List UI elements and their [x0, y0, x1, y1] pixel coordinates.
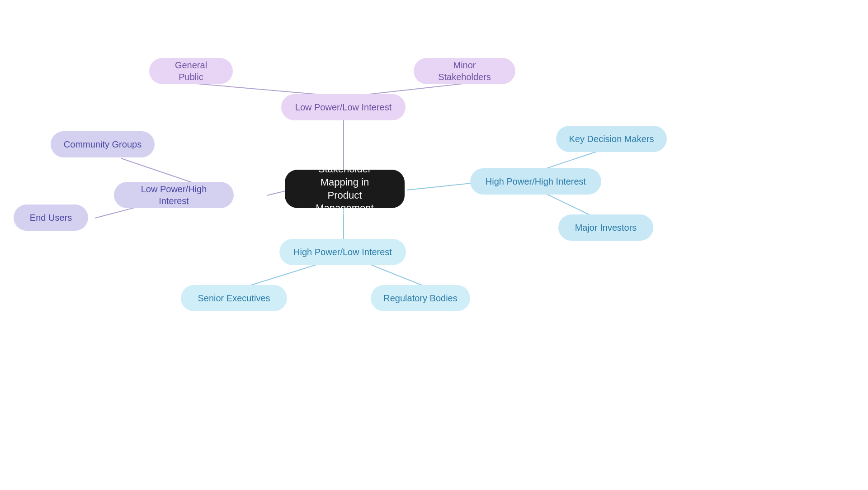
- svg-line-2: [362, 84, 463, 95]
- senior-executives-node: Senior Executives: [181, 285, 287, 311]
- svg-line-11: [371, 265, 427, 287]
- major-investors-node: Major Investors: [558, 214, 653, 241]
- community-groups-node: Community Groups: [51, 131, 155, 157]
- high-power-high-interest-node: High Power/High Interest: [470, 168, 601, 195]
- center-node: Stakeholder Mapping in Product Managemen…: [285, 170, 405, 208]
- regulatory-bodies-node: Regulatory Bodies: [371, 285, 470, 311]
- svg-line-1: [197, 84, 326, 95]
- low-power-low-interest-node: Low Power/Low Interest: [281, 94, 406, 120]
- high-power-low-interest-node: High Power/Low Interest: [279, 239, 406, 265]
- svg-line-4: [121, 158, 194, 183]
- key-decision-makers-node: Key Decision Makers: [556, 126, 667, 152]
- general-public-node: General Public: [149, 58, 233, 84]
- svg-line-10: [244, 265, 316, 287]
- low-power-high-interest-node: Low Power/High Interest: [114, 182, 234, 208]
- end-users-node: End Users: [14, 205, 88, 231]
- minor-stakeholders-node: Minor Stakeholders: [414, 58, 515, 84]
